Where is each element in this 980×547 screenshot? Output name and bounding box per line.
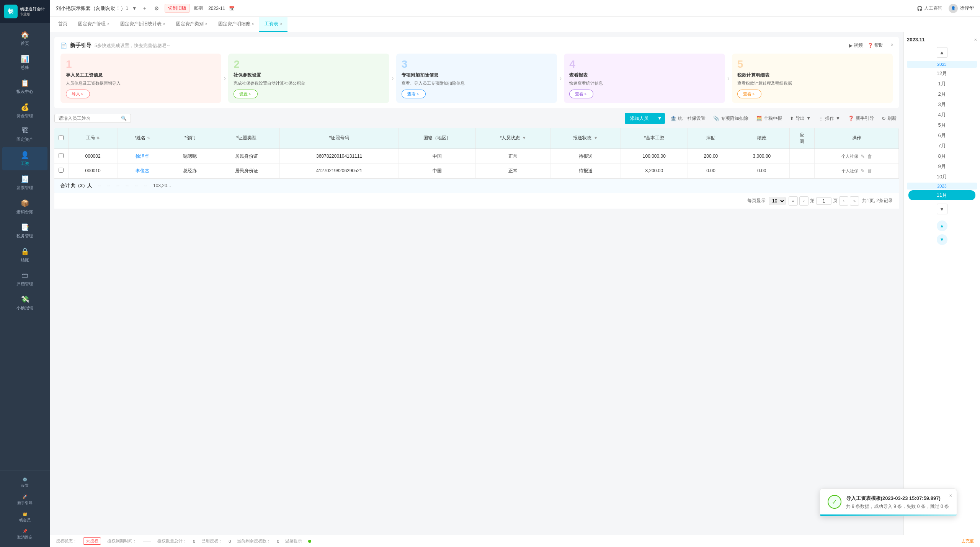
first-page-btn[interactable]: « — [789, 196, 798, 206]
td-checkbox[interactable] — [54, 149, 68, 164]
edit-icon[interactable]: ✎ — [861, 153, 865, 159]
sidebar-item-fund[interactable]: 💰 资金管理 — [2, 99, 47, 122]
sidebar-item-payroll[interactable]: 👤 工资 — [2, 147, 47, 170]
sidebar-item-close[interactable]: 🔒 结账 — [2, 243, 47, 267]
assets-icon: 🏗 — [21, 127, 28, 135]
prev-page-btn[interactable]: ‹ — [799, 196, 808, 206]
sidebar-item-expense[interactable]: 💸 小畅报销 — [2, 291, 47, 315]
sidebar-item-unpin[interactable]: 📌 取消固定 — [4, 526, 46, 543]
tab-close-icon[interactable]: × — [252, 22, 254, 26]
calendar-close-btn[interactable]: × — [974, 37, 977, 42]
consult-btn[interactable]: 🎧 人工咨询 — [917, 5, 942, 11]
sidebar-item-invoice[interactable]: 🧾 发票管理 — [2, 171, 47, 194]
export-icon: ⬆ — [790, 116, 794, 121]
step1-btn[interactable]: 导入＞ — [66, 90, 90, 98]
select-all-checkbox[interactable] — [59, 135, 64, 140]
sidebar-item-fixed-assets[interactable]: 🏗 固定资产 — [2, 123, 47, 146]
guide-close-btn[interactable]: × — [891, 42, 893, 47]
nav-up-btn[interactable]: ▲ — [937, 47, 947, 58]
search-wrap[interactable]: 🔍 — [54, 114, 131, 123]
filter-icon[interactable]: ▼ — [594, 136, 598, 140]
tab-depreciation[interactable]: 固定资产折旧统计表 × — [115, 17, 171, 32]
add-account-icon[interactable]: ＋ — [140, 4, 149, 13]
tab-close-icon[interactable]: × — [280, 22, 282, 26]
month-5[interactable]: 5月 — [908, 120, 975, 130]
edit-icon[interactable]: ✎ — [861, 168, 865, 174]
search-input[interactable] — [59, 116, 119, 121]
sidebar-item-report[interactable]: 📋 报表中心 — [2, 75, 47, 98]
tab-home[interactable]: 首页 — [53, 17, 73, 32]
page-size-select[interactable]: 10 20 50 — [769, 197, 786, 205]
step5-btn[interactable]: 查看＞ — [737, 90, 761, 98]
page-input[interactable] — [816, 197, 831, 205]
guide-help-link[interactable]: ❓ 帮助 — [867, 42, 884, 49]
calendar-icon[interactable]: 📅 — [229, 6, 235, 11]
guide-btn[interactable]: ❓ 新手引导 — [846, 114, 876, 123]
step3-btn[interactable]: 查看＞ — [402, 90, 426, 98]
td-checkbox[interactable] — [54, 163, 68, 178]
month-9[interactable]: 9月 — [908, 162, 975, 171]
sidebar-item-inventory[interactable]: 📦 进销台账 — [2, 195, 47, 219]
month-4[interactable]: 4月 — [908, 110, 975, 120]
sidebar-item-ledger[interactable]: 📊 总账 — [2, 51, 47, 74]
month-10[interactable]: 10月 — [908, 172, 975, 182]
last-page-btn[interactable]: » — [850, 196, 859, 206]
tab-asset-detail[interactable]: 固定资产明细账 × — [213, 17, 260, 32]
filter-icon[interactable]: ▼ — [522, 136, 526, 140]
month-3[interactable]: 3月 — [908, 100, 975, 109]
sidebar-item-home[interactable]: 🏠 首页 — [2, 27, 47, 50]
delete-icon[interactable]: 🗑 — [867, 153, 872, 159]
sidebar-item-tax[interactable]: 📑 税务管理 — [2, 219, 47, 243]
tab-fixed-assets[interactable]: 固定资产管理 × — [73, 17, 115, 32]
account-dropdown-icon[interactable]: ▼ — [132, 6, 137, 11]
add-person-btn[interactable]: 添加人员 — [625, 113, 654, 124]
tab-close-icon[interactable]: × — [163, 22, 165, 26]
employee-name-link[interactable]: 徐泽华 — [136, 153, 149, 159]
month-7[interactable]: 7月 — [908, 141, 975, 151]
deduction-btn[interactable]: 📎 专项附加扣除 — [711, 114, 751, 123]
refresh-btn[interactable]: ↻ 刷新 — [879, 114, 899, 123]
row-checkbox[interactable] — [59, 168, 64, 173]
toast-close-btn[interactable]: × — [949, 493, 952, 498]
period-label: 账期 — [194, 5, 203, 11]
month-8[interactable]: 8月 — [908, 151, 975, 161]
sidebar-item-new-guide[interactable]: 🚀 新手引导 — [4, 491, 46, 509]
month-6[interactable]: 6月 — [908, 131, 975, 140]
tab-asset-category[interactable]: 固定资产类别 × — [171, 17, 213, 32]
add-person-dropdown-btn[interactable]: ▼ — [654, 113, 665, 124]
settings-icon[interactable]: ⚙ — [153, 5, 161, 12]
social-security-link[interactable]: 个人社保 — [841, 168, 858, 174]
nav-down-btn[interactable]: ▼ — [937, 204, 947, 214]
tab-close-icon[interactable]: × — [205, 22, 207, 26]
sidebar-item-archive[interactable]: 🗃 归档管理 — [2, 268, 47, 291]
th-checkbox[interactable] — [54, 128, 68, 149]
social-security-link[interactable]: 个人社保 — [841, 153, 858, 159]
operation-btn[interactable]: ⋮ 操作 ▼ — [816, 114, 843, 123]
month-1[interactable]: 1月 — [908, 79, 975, 89]
sort-icon[interactable]: ⇅ — [96, 136, 100, 140]
delete-icon[interactable]: 🗑 — [867, 168, 872, 174]
search-icon[interactable]: 🔍 — [121, 116, 127, 121]
switch-version-btn[interactable]: 切到旧版 — [165, 4, 190, 13]
row-checkbox[interactable] — [59, 153, 64, 158]
sidebar-item-settings[interactable]: ⚙️ 设置 — [4, 474, 46, 491]
social-security-btn[interactable]: 🏦 统一社保设置 — [668, 114, 708, 123]
month-12[interactable]: 12月 — [908, 69, 975, 78]
next-page-btn[interactable]: › — [839, 196, 848, 206]
nav-arrows-bottom: ▼ — [937, 201, 947, 217]
export-btn[interactable]: ⬆ 导出 ▼ — [787, 114, 813, 123]
charge-btn[interactable]: 去充值 — [961, 538, 974, 544]
calendar-nav-down[interactable]: ▼ — [937, 234, 947, 245]
step4-btn[interactable]: 查看＞ — [569, 90, 593, 98]
tab-payroll[interactable]: 工资表 × — [259, 17, 287, 32]
employee-name-link[interactable]: 李俊杰 — [136, 168, 149, 173]
month-11-active[interactable]: 11月 — [908, 190, 975, 200]
tab-close-icon[interactable]: × — [107, 22, 109, 26]
sort-icon[interactable]: ⇅ — [147, 136, 150, 140]
sidebar-item-member[interactable]: 👑 畅会员 — [4, 509, 46, 526]
tax-report-btn[interactable]: 🧮 个税申报 — [754, 114, 784, 123]
step2-btn[interactable]: 设置＞ — [234, 90, 258, 98]
calendar-nav-up[interactable]: ▲ — [937, 220, 947, 231]
month-2[interactable]: 2月 — [908, 89, 975, 99]
guide-video-link[interactable]: ▶ 视频 — [849, 42, 863, 49]
